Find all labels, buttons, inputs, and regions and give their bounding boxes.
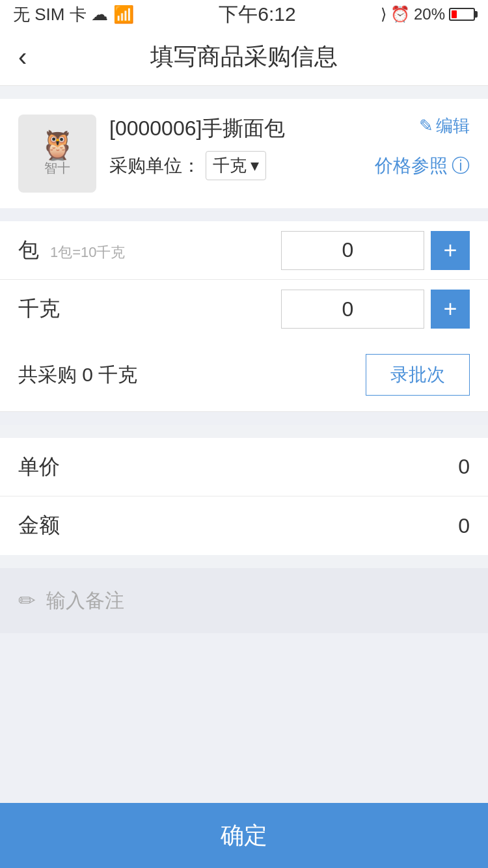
product-meta: 采购单位： 千克 ▾ 价格参照 ⓘ [109,151,470,180]
unit-label: 采购单位： [109,154,200,178]
back-button[interactable]: ‹ [18,42,27,72]
product-thumbnail: 🦉 智十 [18,115,96,193]
kg-input[interactable] [281,290,424,329]
amount-value: 0 [458,514,470,538]
time-display: 下午6:12 [219,1,295,28]
status-bar: 无 SIM 卡 ☁ 📶 下午6:12 ⟩ ⏰ 20% [0,0,488,29]
chevron-down-icon: ▾ [251,156,259,176]
edit-label: 编辑 [436,115,470,137]
owl-icon: 🦉 [40,131,75,159]
kg-label: 千克 [18,295,281,323]
confirm-button[interactable]: 确定 [0,803,488,868]
thumb-label: 智十 [44,159,70,177]
unit-price-label: 单价 [18,453,60,481]
info-icon: ⓘ [452,154,470,178]
pencil-icon: ✏ [18,588,36,613]
status-right: ⟩ ⏰ 20% [381,5,475,23]
battery-icon [449,8,475,21]
bag-hint: 1包=10千克 [50,244,126,260]
edit-icon: ✎ [419,116,433,136]
remark-section[interactable]: ✏ 输入备注 [0,568,488,633]
amount-row: 金额 0 [0,496,488,555]
edit-button[interactable]: ✎ 编辑 [419,115,470,137]
bag-input[interactable] [281,231,424,270]
nav-bar: ‹ 填写商品采购信息 [0,29,488,86]
price-ref-button[interactable]: 价格参照 ⓘ [375,154,470,178]
kg-input-row: 千克 + [0,280,488,338]
price-ref-label: 价格参照 [375,154,448,178]
kg-plus-button[interactable]: + [431,290,470,329]
product-card: 🦉 智十 [0000006]手撕面包 采购单位： 千克 ▾ 价格参照 ⓘ [0,99,488,208]
input-section: 包 1包=10千克 + 千克 + [0,221,488,338]
batch-button[interactable]: 录批次 [366,354,470,396]
alarm-icon: ⏰ [390,5,410,23]
sim-label: 无 SIM 卡 ☁ [13,3,108,26]
amount-label: 金额 [18,511,60,540]
price-section: 单价 0 金额 0 [0,438,488,555]
product-name: [0000006]手撕面包 [109,115,470,143]
location-icon: ⟩ [381,5,386,23]
product-info: [0000006]手撕面包 采购单位： 千克 ▾ 价格参照 ⓘ [109,115,470,180]
divider-2 [0,412,488,425]
divider-1 [0,208,488,221]
battery-percent: 20% [414,5,445,23]
remark-placeholder: 输入备注 [46,588,124,614]
unit-price-row: 单价 0 [0,438,488,496]
bag-label: 包 1包=10千克 [18,236,281,265]
wifi-icon: 📶 [113,5,134,25]
total-text: 共采购 0 千克 [18,362,137,388]
total-row: 共采购 0 千克 录批次 [0,338,488,412]
unit-price-value: 0 [458,455,470,479]
bag-input-row: 包 1包=10千克 + [0,221,488,280]
unit-dropdown[interactable]: 千克 ▾ [206,151,266,180]
unit-value: 千克 [213,154,247,177]
bag-plus-button[interactable]: + [431,231,470,270]
page-title: 填写商品采购信息 [150,41,338,73]
status-left: 无 SIM 卡 ☁ 📶 [13,3,134,26]
